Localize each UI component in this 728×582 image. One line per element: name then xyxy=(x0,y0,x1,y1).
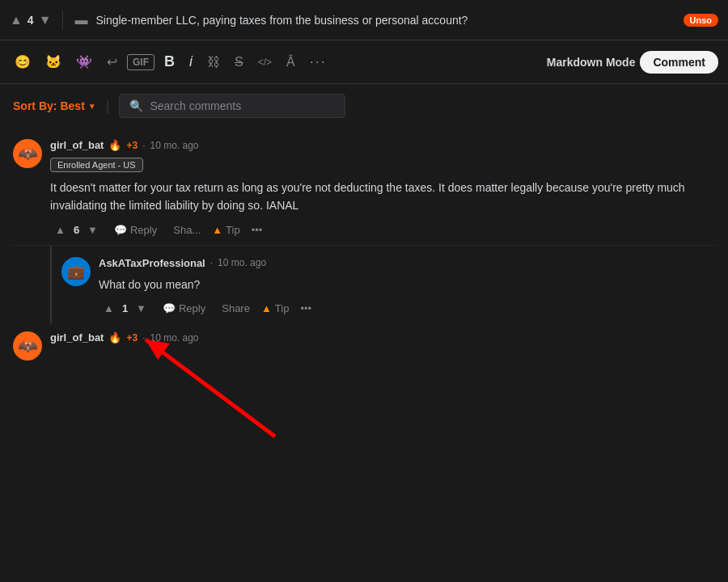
dot-separator: · xyxy=(142,140,145,151)
reply-btn[interactable]: 💬 Reply xyxy=(158,300,210,317)
strikethrough-btn[interactable]: S xyxy=(230,52,248,73)
link-btn[interactable]: ⛓ xyxy=(202,52,225,73)
comment-time: 10 mo. ago xyxy=(150,332,199,344)
undo-btn[interactable]: ↩ xyxy=(102,51,122,73)
comment-actions: ▲ 1 ▼ 💬 Reply Share ▲ Tip xyxy=(99,300,715,317)
comment-username: AskATaxProfessional xyxy=(99,257,205,269)
comment-body: girl_of_bat 🔥 +3 · 10 mo. ago Enrolled A… xyxy=(50,139,715,238)
search-box: 🔍 xyxy=(119,94,345,118)
reddit-face-btn[interactable]: 🐱 xyxy=(40,51,66,73)
avatar: 🦇 xyxy=(13,139,42,168)
vote-section: ▲ 1 ▼ xyxy=(99,300,151,317)
downvote-btn[interactable]: ▼ xyxy=(131,300,151,317)
comment-body: AskATaxProfessional · 10 mo. ago What do… xyxy=(99,257,715,317)
italic-btn[interactable]: i xyxy=(184,50,197,74)
tip-btn[interactable]: ▲ Tip xyxy=(212,224,239,236)
post-type-icon: ▬ xyxy=(74,13,87,27)
karma-badge: +3 xyxy=(126,140,138,151)
tip-icon: ▲ xyxy=(212,224,222,236)
award-icon: 🔥 xyxy=(108,331,121,344)
post-title: Single-member LLC, paying taxes from the… xyxy=(95,14,675,27)
downvote-btn[interactable]: ▼ xyxy=(83,221,103,238)
reply-btn[interactable]: 💬 Reply xyxy=(109,221,162,238)
chevron-down-icon: ▼ xyxy=(88,102,96,111)
comment-username: girl_of_bat xyxy=(50,331,104,344)
search-icon: 🔍 xyxy=(129,99,143,112)
post-vote-count: 4 xyxy=(28,14,34,27)
code-btn[interactable]: </> xyxy=(253,53,277,71)
emoji-btn[interactable]: 😊 xyxy=(10,51,36,73)
dot-separator: · xyxy=(210,257,213,268)
comment-header: girl_of_bat 🔥 +3 · 10 mo. ago xyxy=(50,331,715,344)
sort-by-label: Sort By: xyxy=(13,99,57,112)
alien-btn[interactable]: 👾 xyxy=(71,51,97,73)
top-bar: ▲ 4 ▼ ▬ Single-member LLC, paying taxes … xyxy=(0,0,728,40)
reply-icon: 💬 xyxy=(114,224,127,236)
comment-actions: ▲ 6 ▼ 💬 Reply Sha... ▲ Tip ••• xyxy=(50,221,715,238)
flair-badge-container: Enrolled Agent - US xyxy=(50,154,715,172)
comment-text: It doesn't matter for your tax return as… xyxy=(50,179,715,215)
tip-btn[interactable]: ▲ Tip xyxy=(261,302,289,314)
share-btn[interactable]: Sha... xyxy=(168,221,205,238)
avatar: 🦇 xyxy=(13,331,42,361)
third-comment-item: 🦇 girl_of_bat 🔥 +3 · 10 mo. ago xyxy=(13,323,715,367)
karma-badge: +3 xyxy=(126,332,138,344)
comment-text: What do you mean? xyxy=(99,276,715,293)
comments-section: 🦇 girl_of_bat 🔥 +3 · 10 mo. ago Enrolled… xyxy=(0,128,728,582)
bold-btn[interactable]: B xyxy=(159,50,180,74)
more-btn[interactable]: ••• xyxy=(295,300,316,317)
avatar: 💼 xyxy=(61,257,91,286)
reply-icon: 💬 xyxy=(163,302,176,314)
vote-count: 6 xyxy=(74,224,79,236)
comment-header: girl_of_bat 🔥 +3 · 10 mo. ago xyxy=(50,139,715,151)
upvote-btn[interactable]: ▲ xyxy=(99,300,119,317)
sort-by-dropdown[interactable]: Sort By: Best ▼ xyxy=(13,99,96,112)
comment-time: 10 mo. ago xyxy=(150,140,199,151)
vote-section: ▲ 6 ▼ xyxy=(50,221,103,238)
post-upvote-btn[interactable]: ▲ xyxy=(10,13,23,27)
comment-item: 🦇 girl_of_bat 🔥 +3 · 10 mo. ago Enrolled… xyxy=(13,128,715,246)
tip-icon: ▲ xyxy=(261,302,272,314)
comment-body: girl_of_bat 🔥 +3 · 10 mo. ago xyxy=(50,331,715,361)
more-btn[interactable]: ••• xyxy=(247,221,268,238)
comment-header: AskATaxProfessional · 10 mo. ago xyxy=(99,257,715,269)
search-input[interactable] xyxy=(150,99,335,112)
award-icon: 🔥 xyxy=(108,139,121,151)
upvote-btn[interactable]: ▲ xyxy=(50,221,70,238)
editor-toolbar: 😊 🐱 👾 ↩ GIF B i ⛓ S </> Â ··· Markdown … xyxy=(0,40,728,84)
controls-divider: | xyxy=(106,98,110,115)
vote-count: 1 xyxy=(122,302,128,314)
post-flair: Unso xyxy=(684,14,719,27)
reply-comment-item: 💼 AskATaxProfessional · 10 mo. ago What … xyxy=(61,246,715,323)
more-toolbar-btn[interactable]: ··· xyxy=(305,50,332,74)
flair-badge: Enrolled Agent - US xyxy=(50,158,143,172)
dot-separator: · xyxy=(142,332,145,344)
comment-username: girl_of_bat xyxy=(50,139,104,151)
controls-bar: Sort By: Best ▼ | 🔍 xyxy=(0,84,728,128)
comment-submit-btn[interactable]: Comment xyxy=(640,51,718,74)
share-btn[interactable]: Share xyxy=(217,300,255,317)
divider xyxy=(62,11,63,30)
sort-value: Best xyxy=(60,99,84,112)
reply-comment-section: 💼 AskATaxProfessional · 10 mo. ago What … xyxy=(50,246,715,323)
post-vote-section: ▲ 4 ▼ xyxy=(10,13,51,27)
markdown-mode-label: Markdown Mode xyxy=(547,56,636,69)
comment-time: 10 mo. ago xyxy=(218,257,266,268)
gif-btn[interactable]: GIF xyxy=(127,54,154,70)
post-downvote-btn[interactable]: ▼ xyxy=(39,13,52,27)
format-btn[interactable]: Â xyxy=(281,52,300,73)
